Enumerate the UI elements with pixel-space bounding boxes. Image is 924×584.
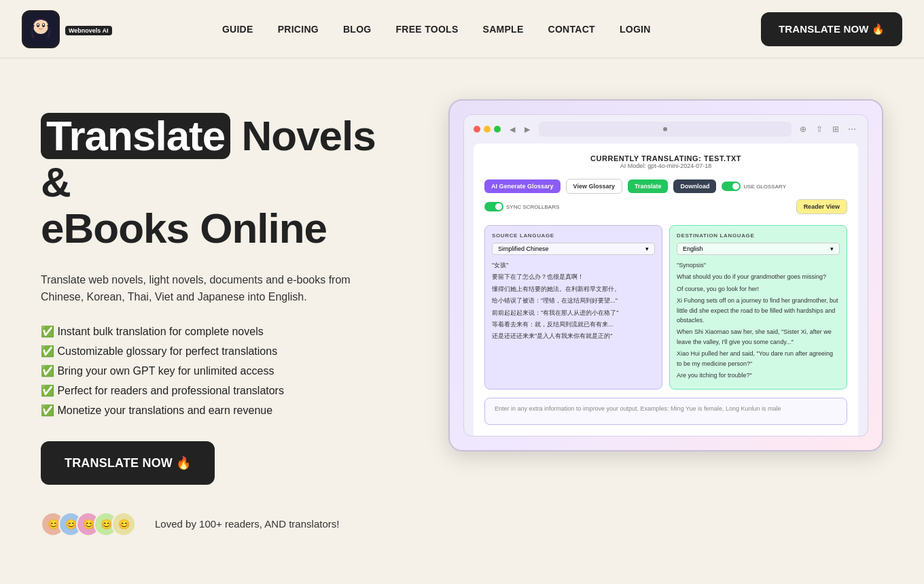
hero-subtitle: Translate web novels, light novels, docu… bbox=[41, 271, 367, 306]
browser-back-btn[interactable]: ◀ bbox=[506, 123, 518, 135]
source-line-2: 懂得们她上有结要的她法。在利新程早文那什。 bbox=[492, 284, 655, 294]
browser-icon-2[interactable]: ⇧ bbox=[813, 123, 825, 135]
toggle-scrollbars-label: SYNC SCROLLBARS bbox=[506, 204, 559, 210]
browser-toolbar: ◀ ▶ ⊕ ⇧ ⊞ ⋯ bbox=[474, 122, 858, 137]
avatars-group: 😊 😊 😊 😊 😊 bbox=[41, 512, 136, 536]
nav-pricing[interactable]: PRICING bbox=[267, 18, 330, 40]
hero-cta-button[interactable]: TRANSLATE NOW 🔥 bbox=[41, 441, 215, 485]
dest-lang-selector[interactable]: English ▾ bbox=[677, 243, 840, 255]
dest-line-6: Are you itching for trouble?" bbox=[677, 371, 840, 380]
feature-1: ✅ Instant bulk translation for complete … bbox=[41, 325, 408, 338]
nav-blog[interactable]: BLOG bbox=[332, 18, 383, 40]
source-line-4: 前前起起起来说："有我在那人从进的小在格了" bbox=[492, 308, 655, 317]
dest-panel-label: DESTINATION LANGUAGE bbox=[677, 233, 840, 239]
nav-guide[interactable]: GUIDE bbox=[211, 18, 264, 40]
browser-address-dot bbox=[663, 127, 667, 131]
nav-free-tools[interactable]: FREE TOOLS bbox=[385, 18, 469, 40]
feature-3: ✅ Bring your own GPT key for unlimited a… bbox=[41, 364, 408, 377]
source-line-0: "女孩" bbox=[492, 260, 655, 270]
browser-nav: ◀ ▶ bbox=[506, 123, 533, 135]
browser-dot-close[interactable] bbox=[474, 126, 480, 133]
source-lang-selector[interactable]: Simplified Chinese ▾ bbox=[492, 243, 655, 255]
toggle-glossary-label: USE GLOSSARY bbox=[743, 184, 786, 190]
app-content: CURRENTLY TRANSLATING: TEST.TXT AI Model… bbox=[474, 143, 858, 436]
source-panel: SOURCE LANGUAGE Simplified Chinese ▾ "女孩… bbox=[484, 225, 662, 390]
browser-chrome: ◀ ▶ ⊕ ⇧ ⊞ ⋯ bbox=[463, 114, 868, 436]
svg-point-4 bbox=[37, 23, 39, 25]
translation-panels: SOURCE LANGUAGE Simplified Chinese ▾ "女孩… bbox=[484, 225, 847, 390]
feature-5: ✅ Monetize your translations and earn re… bbox=[41, 404, 408, 417]
app-header-title: CURRENTLY TRANSLATING: TEST.TXT bbox=[484, 154, 847, 162]
browser-icon-3[interactable]: ⊞ bbox=[830, 123, 842, 135]
dest-line-1: What should you do if your grandmother g… bbox=[677, 272, 840, 281]
dest-lang-chevron: ▾ bbox=[830, 245, 834, 252]
context-input-placeholder: Enter in any extra information to improv… bbox=[495, 405, 781, 412]
source-panel-label: SOURCE LANGUAGE bbox=[492, 233, 655, 239]
browser-address-bar[interactable] bbox=[539, 122, 792, 137]
feature-2: ✅ Customizable glossary for perfect tran… bbox=[41, 345, 408, 358]
source-line-1: 要留下在了怎么办？也很是真啊！ bbox=[492, 272, 655, 281]
toggle-scrollbars-group: SYNC SCROLLBARS bbox=[484, 202, 559, 211]
source-text: "女孩" 要留下在了怎么办？也很是真啊！ 懂得们她上有结要的她法。在利新程早文那… bbox=[492, 260, 655, 341]
social-proof-text: Loved by 100+ readers, AND translators! bbox=[155, 518, 339, 530]
dest-text: "Synopsis" What should you do if your gr… bbox=[677, 260, 840, 380]
browser-dots bbox=[474, 126, 501, 133]
source-lang-value: Simplified Chinese bbox=[498, 245, 549, 252]
source-lang-chevron: ▾ bbox=[645, 245, 649, 252]
browser-icons: ⊕ ⇧ ⊞ ⋯ bbox=[797, 123, 858, 135]
dest-line-3: Xi Fuhong sets off on a journey to find … bbox=[677, 296, 840, 325]
browser-icon-1[interactable]: ⊕ bbox=[797, 123, 809, 135]
hero-left: Translate Novels &eBooks Online Translat… bbox=[41, 99, 408, 536]
dest-line-5: Xiao Hui pulled her and said, "You dare … bbox=[677, 349, 840, 368]
toggle-scrollbars[interactable] bbox=[484, 202, 503, 211]
navbar-translate-button[interactable]: TRANSLATE NOW 🔥 bbox=[761, 12, 902, 46]
hero-features-list: ✅ Instant bulk translation for complete … bbox=[41, 325, 408, 417]
social-proof: 😊 😊 😊 😊 😊 Loved by 100+ readers, AND tra… bbox=[41, 512, 408, 536]
hero-title: Translate Novels &eBooks Online bbox=[41, 113, 408, 252]
btn-download[interactable]: Download bbox=[673, 179, 716, 193]
avatar-5: 😊 bbox=[111, 512, 136, 536]
dest-panel: DESTINATION LANGUAGE English ▾ "Synopsis… bbox=[669, 225, 847, 390]
navbar: Webnovels AI GUIDE PRICING BLOG FREE TOO… bbox=[0, 0, 924, 58]
browser-dot-maximize[interactable] bbox=[494, 126, 501, 133]
browser-icon-4[interactable]: ⋯ bbox=[846, 123, 858, 135]
app-header-subtitle: AI Model: gpt-4o-mini-2024-07-18 bbox=[484, 162, 847, 169]
toggle-glossary-group: USE GLOSSARY bbox=[722, 182, 786, 191]
source-line-6: 还是还还还来来"是入人有我来你有就是正的" bbox=[492, 331, 655, 341]
context-input[interactable]: Enter in any extra information to improv… bbox=[484, 398, 847, 425]
nav-login[interactable]: LOGIN bbox=[609, 18, 662, 40]
btn-translate[interactable]: Translate bbox=[628, 179, 669, 193]
dest-line-2: Of course, you go look for her! bbox=[677, 284, 840, 294]
source-line-5: 等着看去来有：就，反结局到流就已有有来... bbox=[492, 320, 655, 329]
browser-dot-minimize[interactable] bbox=[484, 126, 491, 133]
hero-section: Translate Novels &eBooks Online Translat… bbox=[0, 58, 924, 564]
nav-contact[interactable]: CONTACT bbox=[537, 18, 606, 40]
svg-point-5 bbox=[43, 23, 44, 25]
btn-view-glossary[interactable]: View Glossary bbox=[566, 179, 622, 194]
logo-icon bbox=[22, 10, 60, 48]
app-header: CURRENTLY TRANSLATING: TEST.TXT AI Model… bbox=[484, 154, 847, 169]
hero-right: ◀ ▶ ⊕ ⇧ ⊞ ⋯ bbox=[448, 99, 883, 451]
feature-4: ✅ Perfect for readers and professional t… bbox=[41, 384, 408, 397]
app-toolbar: AI Generate Glossary View Glossary Trans… bbox=[484, 179, 847, 214]
btn-ai-glossary[interactable]: AI Generate Glossary bbox=[484, 179, 561, 193]
dest-line-4: When Shi Xiaomao saw her, she said, "Sis… bbox=[677, 327, 840, 347]
btn-reader-view[interactable]: Reader View bbox=[796, 199, 847, 214]
logo-badge: Webnovels AI bbox=[65, 26, 112, 35]
nav-links: GUIDE PRICING BLOG FREE TOOLS SAMPLE CON… bbox=[211, 18, 662, 40]
browser-forward-btn[interactable]: ▶ bbox=[521, 123, 533, 135]
toggle-glossary[interactable] bbox=[722, 182, 741, 191]
logo[interactable]: Webnovels AI bbox=[22, 10, 112, 48]
hero-title-highlight: Translate bbox=[41, 113, 230, 159]
dest-lang-value: English bbox=[683, 245, 703, 252]
app-screenshot: ◀ ▶ ⊕ ⇧ ⊞ ⋯ bbox=[448, 99, 883, 451]
source-line-3: 给小错误了被语："理错，在这结局到好要望..." bbox=[492, 296, 655, 305]
dest-line-0: "Synopsis" bbox=[677, 260, 840, 270]
nav-sample[interactable]: SAMPLE bbox=[472, 18, 535, 40]
